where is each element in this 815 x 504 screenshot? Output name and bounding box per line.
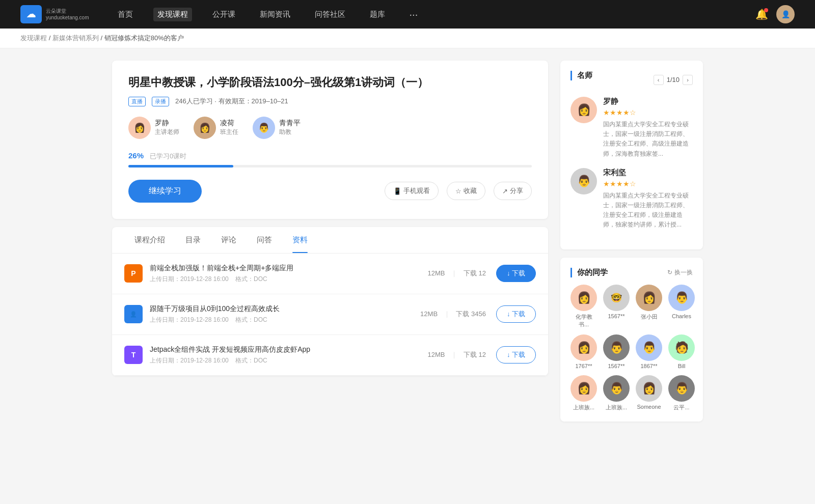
course-meta-text: 246人已学习 · 有效期至：2019–10–21 [175, 97, 288, 106]
teacher-luojing: 👩 罗静 主讲老师 [128, 117, 179, 139]
classmate-name-8: 上班族... [573, 404, 594, 411]
classmate-11[interactable]: 👨 云平... [668, 375, 695, 411]
nav-item-open[interactable]: 公开课 [208, 8, 239, 21]
teachers-row: 👩 罗静 主讲老师 👩 凌荷 班主任 👨 青青平 [128, 117, 532, 139]
file-info-2: 跟随千万级项目从0到100全过程高效成长 上传日期：2019-12-28 16:… [150, 304, 420, 324]
action-buttons: 📱 手机观看 ☆ 收藏 ↗ 分享 [385, 182, 532, 200]
classmate-avatar-6: 👨 [636, 334, 662, 361]
classmate-0[interactable]: 👩 化学教书... [570, 285, 597, 328]
progress-bar-bg [128, 165, 532, 167]
classmate-avatar-2: 👩 [636, 285, 662, 311]
panel-teacher-2: 👨 宋利坚 ★★★★☆ 国内某重点大学安全工程专业硕士，国家一级注册消防工程师、… [570, 168, 693, 230]
file-title-1: 前端全栈加强版！前端全栈+全周期+多端应用 [150, 264, 428, 273]
panel-teacher-desc-1: 国内某重点大学安全工程专业硕士，国家一级注册消防工程师、注册安全工程师、高级注册… [603, 120, 693, 159]
classmate-2[interactable]: 👩 张小田 [636, 285, 662, 328]
notification-bell[interactable]: 🔔 [755, 8, 768, 20]
classmate-8[interactable]: 👩 上班族... [570, 375, 597, 411]
classmate-name-4: 1767** [575, 363, 592, 369]
logo-icon: ☁ [20, 5, 42, 23]
file-meta-1: 上传日期：2019-12-28 16:00 格式：DOC [150, 275, 428, 284]
classmate-3[interactable]: 👨 Charles [668, 285, 695, 328]
tab-qa[interactable]: 问答 [247, 227, 282, 253]
teachers-prev-button[interactable]: ‹ [654, 75, 664, 85]
classmates-header: 你的同学 ↻ 换一换 [570, 268, 693, 277]
classmate-name-2: 张小田 [641, 313, 658, 321]
nav-item-discover[interactable]: 发现课程 [153, 8, 192, 21]
user-avatar[interactable]: 👤 [776, 5, 795, 23]
classmate-avatar-0: 👩 [570, 285, 597, 311]
panel-teacher-1: 👩 罗静 ★★★★☆ 国内某重点大学安全工程专业硕士，国家一级注册消防工程师、注… [570, 97, 693, 159]
download-button-3[interactable]: ↓ 下载 [496, 346, 536, 363]
classmate-name-7: Bill [678, 363, 686, 369]
teacher-role-luojing: 主讲老师 [155, 128, 179, 136]
classmate-avatar-7: 🧑 [668, 334, 695, 361]
file-title-2: 跟随千万级项目从0到100全过程高效成长 [150, 304, 420, 314]
tabs-nav: 课程介绍 目录 评论 问答 资料 [112, 227, 548, 254]
classmate-6[interactable]: 👨 1867** [636, 334, 662, 369]
classmate-4[interactable]: 👩 1767** [570, 334, 597, 369]
progress-sub: 已学习0课时 [150, 152, 186, 160]
file-info-3: Jetpack全组件实战 开发短视频应用高仿皮皮虾App 上传日期：2019-1… [150, 345, 428, 365]
continue-button[interactable]: 继续学习 [128, 180, 202, 203]
breadcrumb-current: 销冠修炼术搞定80%的客户 [104, 34, 184, 42]
star-icon: ☆ [455, 187, 461, 195]
teacher-avatar-linghe: 👩 [194, 117, 216, 139]
file-item-2: 👤 跟随千万级项目从0到100全过程高效成长 上传日期：2019-12-28 1… [112, 294, 548, 335]
progress-section: 26% 已学习0课时 [128, 151, 532, 167]
share-button[interactable]: ↗ 分享 [494, 182, 532, 200]
left-column: 明星中教授课，小学阶段语法100分–强化级第1讲动词（一） 直播 录播 246人… [112, 61, 548, 430]
classmate-avatar-4: 👩 [570, 334, 597, 361]
panel-teacher-name-2: 宋利坚 [603, 168, 693, 178]
classmate-avatar-9: 👨 [603, 375, 630, 402]
classmate-avatar-10: 👩 [636, 375, 662, 402]
logo[interactable]: ☁ 云朵课堂 yunduoketang.com [20, 5, 89, 23]
teachers-panel-title: 名师 [570, 71, 592, 80]
file-title-3: Jetpack全组件实战 开发短视频应用高仿皮皮虾App [150, 345, 428, 354]
classmate-1[interactable]: 🤓 1567** [603, 285, 630, 328]
breadcrumb-discover[interactable]: 发现课程 [20, 34, 47, 42]
panel-teacher-stars-2: ★★★★☆ [603, 180, 693, 188]
phone-icon: 📱 [393, 187, 401, 195]
classmate-10[interactable]: 👩 Someone [636, 375, 662, 411]
course-meta: 直播 录播 246人已学习 · 有效期至：2019–10–21 [128, 97, 532, 106]
breadcrumb-series[interactable]: 新媒体营销系列 [52, 34, 99, 42]
download-button-1[interactable]: ↓ 下载 [496, 265, 536, 282]
classmate-5[interactable]: 👨 1567** [603, 334, 630, 369]
file-meta-2: 上传日期：2019-12-28 16:00 格式：DOC [150, 316, 420, 324]
download-button-2[interactable]: ↓ 下载 [496, 305, 536, 323]
nav-more[interactable]: ··· [405, 7, 422, 22]
tab-catalog[interactable]: 目录 [175, 227, 211, 253]
tab-review[interactable]: 评论 [211, 227, 247, 253]
classmates-title: 你的同学 [570, 268, 608, 277]
classmate-9[interactable]: 👨 上班族... [603, 375, 630, 411]
file-info-1: 前端全栈加强版！前端全栈+全周期+多端应用 上传日期：2019-12-28 16… [150, 264, 428, 284]
notification-dot [764, 8, 768, 12]
nav-item-news[interactable]: 新闻资讯 [256, 8, 294, 21]
classmate-7[interactable]: 🧑 Bill [668, 334, 695, 369]
classmate-avatar-8: 👩 [570, 375, 597, 402]
teachers-page: 1/10 [667, 76, 680, 83]
panel-teacher-desc-2: 国内某重点大学安全工程专业硕士，国家一级注册消防工程师、注册安全工程师，级注册建… [603, 191, 693, 230]
teacher-avatar-luojing: 👩 [128, 117, 151, 139]
classmate-name-1: 1567** [608, 313, 624, 319]
tab-intro[interactable]: 课程介绍 [124, 227, 175, 253]
badge-live: 直播 [128, 97, 146, 106]
nav-item-home[interactable]: 首页 [114, 8, 137, 21]
main-container: 明星中教授课，小学阶段语法100分–强化级第1讲动词（一） 直播 录播 246人… [102, 48, 713, 442]
teachers-next-button[interactable]: › [683, 75, 693, 85]
refresh-classmates-button[interactable]: ↻ 换一换 [667, 268, 693, 277]
phone-watch-button[interactable]: 📱 手机观看 [385, 182, 439, 200]
file-item-1: P 前端全栈加强版！前端全栈+全周期+多端应用 上传日期：2019-12-28 … [112, 254, 548, 294]
course-card: 明星中教授课，小学阶段语法100分–强化级第1讲动词（一） 直播 录播 246人… [112, 61, 548, 219]
nav-right: 🔔 👤 [755, 5, 795, 23]
file-stats-1: 12MB ｜ 下载 12 [428, 269, 486, 278]
nav-item-quiz[interactable]: 题库 [366, 8, 389, 21]
nav-item-qa[interactable]: 问答社区 [311, 8, 349, 21]
collect-button[interactable]: ☆ 收藏 [447, 182, 485, 200]
tab-material[interactable]: 资料 [282, 227, 318, 253]
progress-bar-fill [128, 165, 233, 167]
teacher-role-linghe: 班主任 [220, 128, 238, 136]
progress-percent: 26% [128, 151, 144, 160]
file-icon-2: 👤 [124, 305, 143, 323]
file-stats-2: 12MB ｜ 下载 3456 [420, 310, 486, 319]
